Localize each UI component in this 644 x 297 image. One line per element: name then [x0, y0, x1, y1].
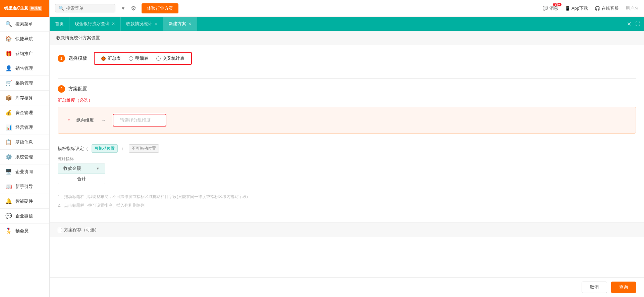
box-icon: 📦	[5, 95, 12, 101]
radio-cross-input[interactable]	[156, 56, 161, 61]
sidebar-label-system: 系统管理	[15, 154, 33, 160]
settings-icon[interactable]: ⚙	[131, 5, 136, 12]
user-icon: 👤	[5, 65, 12, 71]
template-selector: 汇总表 明细表 交叉统计表	[94, 52, 192, 65]
sidebar-label-wechat: 企业微信	[15, 213, 33, 219]
radio-summary-input[interactable]	[101, 56, 106, 61]
gift-icon: 🎁	[5, 50, 12, 57]
step1-badge: 1	[58, 55, 65, 62]
sidebar-item-inventory[interactable]: 📦 库存核算	[0, 91, 49, 105]
metrics-dropdown-icon[interactable]: ▼	[96, 166, 100, 170]
sidebar-item-purchase[interactable]: 🛒 采购管理	[0, 76, 49, 91]
metrics-column-header: 收款金额	[63, 165, 81, 171]
dimension-selector[interactable]: 请选择分组维度	[113, 114, 166, 127]
hint-1: 1、拖动标题栏可以调整布局，不可跨维度或指标区域拖动栏目字段(只能在同一维度或指…	[58, 193, 628, 201]
tab-new-plan-close[interactable]: ✕	[188, 21, 192, 26]
sidebar-item-basic-info[interactable]: 📋 基础信息	[0, 135, 49, 150]
metrics-label: 模板指标设定（	[58, 146, 88, 152]
sidebar-label-operations: 经营管理	[15, 125, 33, 131]
metrics-table: 收款金额 ▼ 合计	[58, 163, 105, 184]
step2-label: 方案配置	[68, 86, 87, 92]
sidebar-label-hardware: 智能硬件	[15, 198, 33, 204]
metrics-subtotal: 合计	[77, 176, 86, 181]
radio-cross[interactable]: 交叉统计表	[156, 55, 184, 61]
clipboard-icon: 📋	[5, 139, 12, 145]
topbar: 🔍 ▼ ⚙ 体验行业方案 💬 消息 99+ 📱 App下载 🎧 在线客服 用户名	[50, 0, 644, 17]
home-icon: 🏠	[5, 36, 12, 42]
search-box[interactable]: 🔍	[55, 4, 115, 12]
sidebar-item-hardware[interactable]: 🔔 智能硬件	[0, 194, 49, 209]
step1-row: 1 选择模板 汇总表 明细表 交叉统计表	[58, 52, 636, 65]
metrics-setting-row: 模板指标设定（ 可拖动位置 ） 不可拖动位置	[58, 144, 636, 153]
close-window-icon[interactable]: ✕	[627, 21, 631, 27]
sidebar-item-guide[interactable]: 📖 新手引导	[0, 179, 49, 194]
maximize-window-icon[interactable]: ⛶	[635, 21, 640, 27]
tab-receivable[interactable]: 收款情况统计 ✕	[121, 17, 163, 31]
edition-badge: 标准版	[30, 6, 42, 11]
tab-home[interactable]: 首页	[50, 17, 69, 31]
draggable-label: 可拖动位置	[95, 146, 115, 151]
main-area: 🔍 ▼ ⚙ 体验行业方案 💬 消息 99+ 📱 App下载 🎧 在线客服 用户名	[50, 0, 644, 297]
money-icon: 💰	[5, 109, 12, 116]
arrow-icon: →	[101, 117, 106, 123]
message-icon: 💬	[543, 6, 548, 11]
metrics-separator: ）	[121, 146, 125, 152]
sidebar-label-guide: 新手引导	[15, 184, 33, 190]
step2-section: 2 方案配置 汇总维度（必选） * 纵向维度 → 请选择分组维度	[50, 79, 644, 222]
metrics-header-row[interactable]: 收款金额 ▼	[58, 163, 105, 174]
monitor-icon: 🖥️	[5, 168, 12, 175]
hints-section: 1、拖动标题栏可以调整布局，不可跨维度或指标区域拖动栏目字段(只能在同一维度或指…	[58, 188, 636, 216]
sidebar-item-system[interactable]: ⚙️ 系统管理	[0, 150, 49, 164]
sidebar-item-marketing[interactable]: 🎁 营销推广	[0, 46, 49, 61]
radio-detail-input[interactable]	[129, 56, 133, 61]
page-header: 收款情况统计方案设置	[50, 31, 644, 45]
sidebar-item-finance[interactable]: 💰 资金管理	[0, 105, 49, 120]
download-label: App下载	[572, 5, 588, 11]
user-name: 用户名	[626, 5, 639, 11]
tab-receivable-close[interactable]: ✕	[154, 21, 158, 26]
radio-summary[interactable]: 汇总表	[101, 55, 121, 61]
sidebar-item-wechat[interactable]: 💬 企业微信	[0, 209, 49, 224]
chat-icon: 💬	[5, 213, 12, 219]
save-label: 方案保存（可选）	[64, 227, 99, 233]
sidebar-item-member[interactable]: 🎖️ 畅会员	[0, 224, 49, 238]
metrics-section: 模板指标设定（ 可拖动位置 ） 不可拖动位置 统计指标 收款金额	[58, 144, 636, 188]
save-checkbox-label[interactable]: 方案保存（可选）	[58, 227, 99, 233]
app-download-btn[interactable]: 📱 App下载	[565, 5, 588, 11]
metrics-section-label: 统计指标	[58, 156, 105, 162]
sidebar-label-quick-nav: 快捷导航	[15, 36, 33, 42]
save-checkbox-input[interactable]	[58, 228, 62, 232]
medal-icon: 🎖️	[5, 228, 12, 234]
tab-cashflow[interactable]: 现金银行流水查询 ✕	[69, 17, 121, 31]
tab-new-plan[interactable]: 新建方案 ✕	[163, 17, 197, 31]
search-input[interactable]	[66, 6, 113, 11]
tab-cashflow-label: 现金银行流水查询	[75, 21, 110, 27]
metrics-table-wrapper: 统计指标 收款金额 ▼ 合计	[58, 156, 105, 188]
trial-button[interactable]: 体验行业方案	[142, 3, 178, 13]
dimension-section: 汇总维度（必选） * 纵向维度 → 请选择分组维度	[58, 97, 636, 144]
query-button[interactable]: 查询	[611, 282, 636, 293]
sidebar-item-quick-nav[interactable]: 🏠 快捷导航	[0, 32, 49, 46]
step1-label: 选择模板	[68, 55, 87, 61]
radio-detail[interactable]: 明细表	[129, 55, 148, 61]
cart-icon: 🛒	[5, 80, 12, 86]
sidebar-item-sales[interactable]: 👤 销售管理	[0, 61, 49, 76]
message-btn[interactable]: 💬 消息 99+	[543, 5, 558, 11]
chart-icon: 📊	[5, 124, 12, 131]
sidebar-item-operations[interactable]: 📊 经营管理	[0, 120, 49, 135]
page-footer: 方案保存（可选）	[50, 222, 644, 237]
download-icon: 📱	[565, 6, 570, 11]
sidebar-item-search[interactable]: 🔍 搜索菜单	[0, 17, 49, 32]
cancel-button[interactable]: 取消	[582, 282, 607, 293]
bell-icon: 🔔	[5, 198, 12, 204]
vertical-dimension-row: * 纵向维度 → 请选择分组维度	[68, 114, 626, 127]
book-icon: 📖	[5, 183, 12, 190]
tab-new-plan-label: 新建方案	[169, 21, 186, 27]
tab-cashflow-close[interactable]: ✕	[112, 21, 115, 26]
sidebar-item-cooperation[interactable]: 🖥️ 企业协同	[0, 164, 49, 179]
sidebar: 畅捷通好生意 标准版 🔍 搜索菜单 🏠 快捷导航 🎁 营销推广 👤 销售管理 🛒…	[0, 0, 50, 297]
chevron-down-icon[interactable]: ▼	[121, 6, 125, 11]
radio-summary-label: 汇总表	[108, 55, 121, 61]
service-btn[interactable]: 🎧 在线客服	[595, 5, 619, 11]
tab-window-controls: ✕ ⛶	[623, 17, 644, 31]
